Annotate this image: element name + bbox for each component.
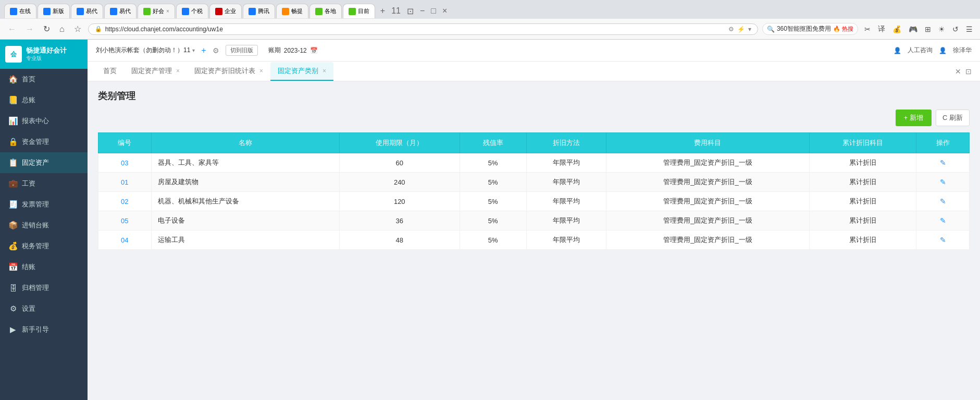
browser-tab-7[interactable]: 企业 [209, 4, 242, 18]
tab-title-11: 目前 [358, 7, 369, 15]
refresh-btn[interactable]: C 刷新 [936, 110, 970, 126]
restore-btn[interactable]: ⊡ [405, 5, 416, 17]
tab-favicon-3 [77, 8, 84, 15]
browser-tab-8[interactable]: 腾讯 [243, 4, 275, 18]
sidebar-item-tax[interactable]: 💰 税务管理 [0, 236, 88, 257]
invoice-icon: 🧾 [8, 200, 18, 209]
cell-edit-3[interactable]: ✎ [916, 211, 970, 231]
secure-icon: 🔒 [95, 26, 102, 32]
calendar-icon[interactable]: 📅 [310, 47, 318, 54]
cell-method-3: 年限平均 [526, 211, 606, 231]
cell-name-3: 电子设备 [151, 211, 339, 231]
sidebar-item-payroll[interactable]: 💼 工资 [0, 173, 88, 194]
tab-favicon-1 [10, 8, 17, 15]
browser-tab-2[interactable]: 新版 [38, 4, 70, 18]
browser-tab-4[interactable]: 易代 [104, 4, 137, 18]
game-icon[interactable]: 🎮 [907, 24, 920, 34]
sidebar-item-guide[interactable]: ▶ 新手引导 [0, 319, 88, 340]
close-tab-asset-mgmt[interactable]: × [176, 67, 180, 75]
brightness-icon[interactable]: ☀ [936, 24, 947, 34]
cell-edit-2[interactable]: ✎ [916, 192, 970, 211]
url-dropdown-icon[interactable]: ▾ [748, 26, 751, 33]
undo-icon[interactable]: ↺ [950, 24, 961, 34]
sidebar-item-inventory[interactable]: 📦 进销台账 [0, 215, 88, 236]
sidebar-item-home[interactable]: 🏠 首页 [0, 69, 88, 90]
sidebar-item-fixed-assets[interactable]: 📋 固定资产 [0, 152, 88, 173]
sidebar-item-invoice[interactable]: 🧾 发票管理 [0, 194, 88, 215]
menu-icon[interactable]: ☰ [964, 24, 975, 34]
sidebar-item-reports[interactable]: 📊 报表中心 [0, 111, 88, 131]
sidebar-item-settlement[interactable]: 📅 结账 [0, 257, 88, 277]
browser-tab-5[interactable]: 好会 × [138, 4, 175, 18]
tab-menu-btn[interactable]: 11 [389, 5, 403, 17]
maximize-btn[interactable]: □ [429, 5, 438, 17]
sidebar-item-ledger[interactable]: 📒 总账 [0, 90, 88, 111]
page-expand-icon[interactable]: ⊡ [965, 67, 972, 76]
url-lightning-icon[interactable]: ⚡ [737, 26, 745, 33]
browser-tab-10[interactable]: 各地 [309, 4, 342, 18]
cell-name-0: 器具、工具、家具等 [151, 153, 339, 173]
dropdown-arrow[interactable]: ▾ [192, 47, 195, 53]
sidebar-label-inventory: 进销台账 [22, 221, 49, 230]
page-tab-asset-mgmt-label: 固定资产管理 [131, 66, 172, 76]
edit-icon-3[interactable]: ✎ [940, 216, 946, 225]
close-window-btn[interactable]: × [440, 5, 449, 17]
search-icon: 🔍 [767, 26, 775, 33]
tab-favicon-4 [110, 8, 117, 15]
sidebar-item-settings[interactable]: ⚙ 设置 [0, 298, 88, 319]
browser-tab-9[interactable]: 畅提 [276, 4, 308, 18]
switch-version-btn[interactable]: 切到旧版 [226, 45, 258, 56]
url-tools-icon[interactable]: ⚙ [728, 26, 734, 33]
edit-icon-1[interactable]: ✎ [940, 178, 946, 186]
sidebar-label-settings: 设置 [22, 304, 35, 313]
consult-label[interactable]: 人工咨询 [908, 46, 933, 55]
page-close-icon[interactable]: ✕ [955, 67, 961, 76]
tab-favicon-5 [143, 8, 151, 15]
forward-btn[interactable]: → [23, 23, 36, 35]
cell-edit-4[interactable]: ✎ [916, 231, 970, 250]
new-tab-btn[interactable]: + [378, 5, 387, 17]
browser-tab-11[interactable]: 目前 [343, 4, 375, 18]
logo-text-group: 畅捷通好会计 专业版 [26, 46, 67, 63]
grid-icon[interactable]: ⊞ [923, 24, 933, 34]
sidebar-logo: 会 畅捷通好会计 专业版 [0, 40, 88, 69]
page-tab-depreciation-stat[interactable]: 固定资产折旧统计表 × [187, 62, 270, 81]
user-name-label: 刘小艳演示帐套（勿删勿动！）11 [96, 46, 190, 55]
main-content: 刘小艳演示帐套（勿删勿动！）11 ▾ + ⚙ 切到旧版 账期 2023-12 📅… [88, 40, 980, 400]
close-tab-depreciation[interactable]: × [259, 67, 263, 75]
edit-icon-0[interactable]: ✎ [940, 159, 946, 167]
browser-tab-3[interactable]: 易代 [71, 4, 103, 18]
search-box[interactable]: 🔍 360智能抠图免费用 🔥 热搜 [762, 23, 858, 35]
sidebar-item-funds[interactable]: 🔒 资金管理 [0, 131, 88, 152]
sidebar-item-archive[interactable]: 🗄 归档管理 [0, 277, 88, 298]
browser-tab-6[interactable]: 个税 [176, 4, 208, 18]
page-tab-asset-mgmt[interactable]: 固定资产管理 × [124, 62, 187, 81]
cell-method-0: 年限平均 [526, 153, 606, 173]
wallet-icon[interactable]: 💰 [890, 24, 903, 34]
reload-btn[interactable]: ↻ [41, 23, 53, 35]
settings-gear-icon[interactable]: ⚙ [213, 46, 219, 55]
minimize-btn[interactable]: − [418, 5, 427, 17]
table-row: 02 机器、机械和其他生产设备 120 5% 年限平均 管理费用_固定资产折旧_… [98, 192, 970, 211]
cell-edit-0[interactable]: ✎ [916, 153, 970, 173]
cell-edit-1[interactable]: ✎ [916, 173, 970, 192]
home-btn[interactable]: ⌂ [57, 23, 67, 35]
translate-icon[interactable]: 译 [876, 23, 887, 35]
page-tab-home[interactable]: 首页 [96, 62, 124, 81]
edit-icon-2[interactable]: ✎ [940, 197, 946, 205]
add-account-btn[interactable]: + [201, 46, 206, 55]
back-btn[interactable]: ← [5, 23, 19, 35]
url-box[interactable]: 🔒 https://cloud.chanjet.com/accounting/u… [88, 23, 758, 35]
tab-title-7: 企业 [225, 7, 236, 15]
close-tab-category[interactable]: × [322, 67, 326, 75]
col-header-residual: 残值率 [460, 133, 526, 153]
bookmark-btn[interactable]: ☆ [71, 23, 84, 35]
edit-icon-4[interactable]: ✎ [940, 236, 946, 244]
page-tab-asset-category[interactable]: 固定资产类别 × [270, 62, 333, 81]
tab-close-5[interactable]: × [166, 8, 169, 14]
address-bar: ← → ↻ ⌂ ☆ 🔒 https://cloud.chanjet.com/ac… [0, 19, 980, 40]
cell-method-4: 年限平均 [526, 231, 606, 250]
scissors-icon[interactable]: ✂ [862, 24, 873, 34]
add-category-btn[interactable]: + 新增 [896, 110, 932, 126]
browser-tab-1[interactable]: 在线 [4, 4, 36, 18]
